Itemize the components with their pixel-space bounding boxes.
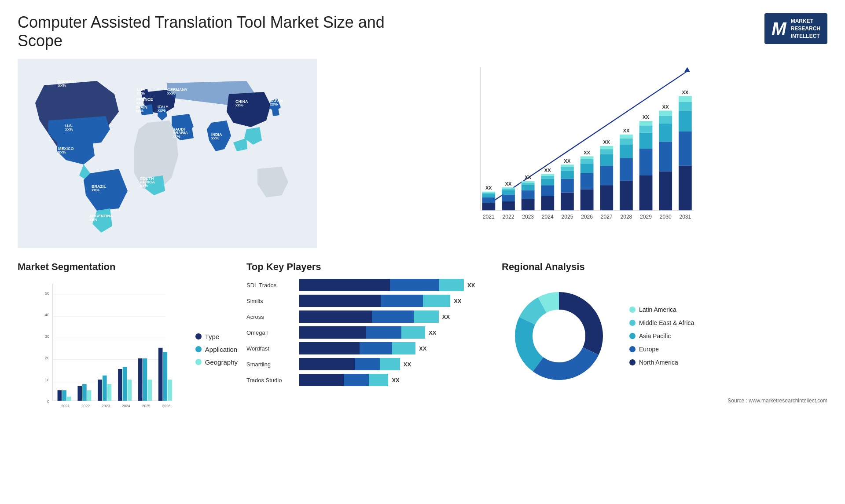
svg-text:2022: 2022 — [81, 404, 90, 408]
svg-rect-97 — [679, 166, 692, 210]
svg-text:xx%: xx% — [92, 188, 99, 192]
svg-rect-64 — [561, 167, 574, 170]
legend-europe-dot — [629, 346, 636, 352]
svg-text:2024: 2024 — [542, 214, 554, 220]
svg-rect-133 — [87, 390, 92, 401]
svg-rect-89 — [639, 121, 653, 125]
svg-rect-53 — [522, 181, 535, 183]
svg-text:2026: 2026 — [162, 404, 171, 408]
svg-text:2030: 2030 — [660, 214, 672, 220]
legend-north-america: North America — [629, 359, 694, 366]
logo-text: MARKET RESEARCH INTELLECT — [791, 18, 820, 40]
svg-rect-81 — [620, 144, 633, 158]
regional-title: Regional Analysis — [502, 261, 827, 273]
svg-rect-44 — [502, 194, 515, 201]
svg-rect-49 — [522, 199, 535, 210]
legend-middle-east-dot — [629, 320, 636, 326]
svg-rect-67 — [580, 189, 594, 210]
svg-rect-141 — [127, 380, 132, 401]
svg-rect-93 — [659, 124, 672, 142]
svg-rect-101 — [679, 96, 692, 102]
svg-text:xx%: xx% — [140, 183, 148, 188]
bar-chart: XXXXXXXXXXXXXXXXXXXXXX 2021 2022 2023 20… — [330, 59, 827, 248]
svg-text:2024: 2024 — [122, 404, 130, 408]
svg-text:xx%: xx% — [89, 217, 97, 222]
svg-text:xx%: xx% — [136, 109, 143, 113]
player-bar-wrap: XX — [299, 358, 493, 370]
top-section: CANADA xx% U.S. xx% MEXICO xx% BRAZIL xx… — [18, 59, 827, 248]
legend-geography-dot — [195, 359, 202, 365]
svg-text:xx%: xx% — [65, 127, 73, 131]
svg-rect-86 — [639, 149, 653, 175]
svg-rect-82 — [620, 138, 633, 144]
svg-text:2021: 2021 — [61, 404, 70, 408]
svg-text:XX: XX — [603, 139, 610, 145]
player-name: Smartling — [246, 361, 295, 368]
svg-text:2025: 2025 — [562, 214, 573, 220]
svg-rect-47 — [502, 187, 515, 189]
svg-text:xx%: xx% — [58, 83, 66, 88]
legend-type-dot — [195, 333, 202, 340]
svg-rect-145 — [147, 380, 152, 401]
svg-text:XX: XX — [564, 158, 571, 164]
svg-rect-38 — [482, 197, 495, 203]
svg-rect-59 — [541, 174, 554, 176]
svg-rect-149 — [168, 380, 172, 401]
players-list: SDL Trados XX Similis — [246, 279, 493, 386]
svg-text:xx%: xx% — [167, 91, 175, 95]
svg-text:2026: 2026 — [581, 214, 593, 220]
legend-application-dot — [195, 346, 202, 352]
donut-chart — [502, 279, 616, 393]
svg-text:40: 40 — [45, 312, 50, 317]
legend-application: Application — [195, 346, 238, 353]
svg-rect-132 — [82, 384, 87, 401]
player-name: Across — [246, 314, 295, 320]
player-bar-wrap: XX — [299, 326, 493, 339]
svg-rect-87 — [639, 133, 653, 149]
svg-text:xx%: xx% — [58, 150, 66, 154]
regional-legend: Latin America Middle East & Africa Asia … — [629, 306, 694, 366]
world-map: CANADA xx% U.S. xx% MEXICO xx% BRAZIL xx… — [18, 59, 317, 248]
svg-rect-99 — [679, 111, 692, 131]
svg-rect-136 — [103, 376, 107, 401]
svg-rect-70 — [580, 159, 594, 164]
svg-text:10: 10 — [45, 377, 50, 382]
svg-rect-61 — [561, 193, 574, 211]
svg-text:XX: XX — [525, 175, 531, 180]
segmentation-title: Market Segmentation — [18, 261, 238, 273]
player-row: Smartling XX — [246, 358, 493, 370]
svg-text:xx%: xx% — [211, 136, 219, 140]
player-bar-wrap: XX — [299, 310, 493, 323]
svg-text:XX: XX — [682, 90, 688, 95]
svg-text:2022: 2022 — [503, 214, 514, 220]
svg-text:2027: 2027 — [601, 214, 613, 220]
svg-text:50: 50 — [45, 291, 50, 296]
svg-rect-147 — [158, 348, 163, 401]
svg-rect-83 — [620, 135, 633, 139]
player-bar-wrap: XX — [299, 295, 493, 307]
regional-inner: Latin America Middle East & Africa Asia … — [502, 279, 827, 393]
svg-rect-85 — [639, 175, 653, 210]
player-bar-wrap: XX — [299, 374, 493, 386]
players-section: Top Key Players SDL Trados XX Similis — [246, 261, 493, 428]
svg-text:2025: 2025 — [142, 404, 151, 408]
svg-rect-55 — [541, 196, 554, 210]
svg-marker-36 — [684, 67, 690, 72]
svg-rect-46 — [502, 189, 515, 190]
svg-rect-137 — [107, 384, 112, 401]
player-row: Across XX — [246, 310, 493, 323]
svg-rect-98 — [679, 131, 692, 166]
page-header: Computer Assisted Translation Tool Marke… — [18, 13, 827, 50]
svg-rect-63 — [561, 171, 574, 179]
svg-text:2031: 2031 — [679, 214, 691, 220]
svg-rect-51 — [522, 185, 535, 190]
svg-rect-57 — [541, 179, 554, 185]
svg-rect-92 — [659, 142, 672, 172]
svg-rect-144 — [143, 358, 147, 401]
svg-text:XX: XX — [662, 104, 669, 110]
page-title: Computer Assisted Translation Tool Marke… — [18, 13, 414, 50]
svg-rect-91 — [659, 172, 672, 210]
legend-geography: Geography — [195, 358, 238, 366]
logo-letter: M — [772, 19, 786, 39]
svg-text:xx%: xx% — [173, 134, 180, 139]
